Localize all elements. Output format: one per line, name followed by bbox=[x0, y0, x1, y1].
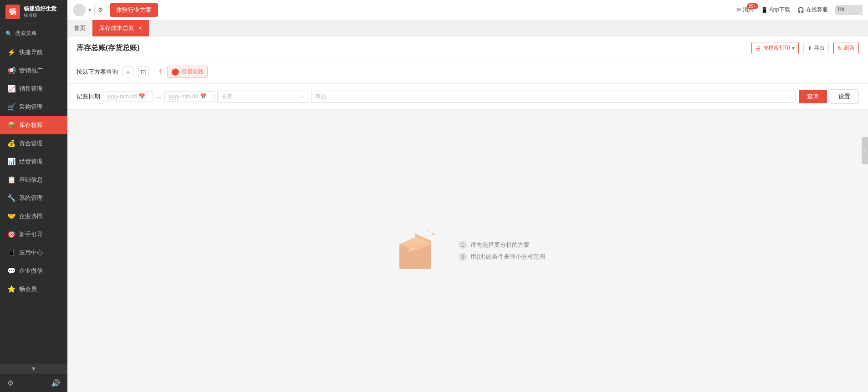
date-end-input[interactable]: yyyy-mm-dd 📅 bbox=[164, 91, 214, 102]
warehouse-more-icon[interactable]: ··· bbox=[300, 93, 304, 100]
warehouse-placeholder: 仓库 bbox=[221, 93, 232, 101]
topbar-username: Rit bbox=[835, 5, 863, 15]
sidebar-scroll-down[interactable]: ▼ bbox=[0, 364, 67, 374]
column-settings-btn[interactable]: 设置 bbox=[830, 89, 859, 104]
sidebar-footer: ⚙ 🔊 bbox=[0, 374, 67, 392]
app-logo-text: 畅捷通好生意 标准版 bbox=[24, 5, 56, 19]
empty-illustration: ✦ ✦ bbox=[390, 224, 445, 278]
tab-home-label: 首页 bbox=[74, 24, 86, 32]
page-title: 库存总账(存货总账) bbox=[77, 43, 140, 53]
volume-footer-icon[interactable]: 🔊 bbox=[51, 379, 60, 387]
panel-toggle-btn[interactable]: › bbox=[862, 137, 868, 164]
print-icon: 🖨 bbox=[756, 45, 761, 51]
content-area: 库存总账(存货总账) 🖨 按模板打印 ▾ ⬆ 导出 ↻ 刷新 按以下方案查询 bbox=[67, 36, 868, 392]
sidebar-item-basic-info[interactable]: 📋 基础信息 bbox=[0, 171, 67, 189]
basic-info-label: 基础信息 bbox=[19, 176, 43, 184]
sidebar-item-purchase[interactable]: 🛒 采购管理 bbox=[0, 98, 67, 116]
scheme-label: 存货总账 bbox=[182, 68, 204, 76]
sidebar-item-guide[interactable]: 🎯 新手引导 bbox=[0, 225, 67, 244]
quick-nav-icon: ⚡ bbox=[7, 48, 15, 56]
filter-add-btn[interactable]: + bbox=[123, 66, 133, 77]
message-btn[interactable]: ✉ 消息 99+ bbox=[736, 6, 754, 14]
export-icon: ⬆ bbox=[807, 45, 812, 51]
print-btn[interactable]: 🖨 按模板打印 ▾ bbox=[751, 42, 799, 54]
svg-text:✦: ✦ bbox=[430, 230, 436, 238]
query-form: 记账日期 yyyy-mm-dd 📅 — yyyy-mm-dd 📅 仓库 ··· … bbox=[67, 84, 868, 110]
sidebar: 畅 畅捷通好生意 标准版 🔍 搜索菜单 ⚡ 快捷导航 📢 营销推广 📈 销售管理… bbox=[0, 0, 67, 392]
sidebar-item-inventory[interactable]: 📦 库存核算 bbox=[0, 116, 67, 134]
sidebar-item-sales[interactable]: 📈 销售管理 bbox=[0, 80, 67, 98]
export-btn[interactable]: ⬆ 导出 bbox=[803, 42, 829, 54]
app-logo-icon: 畅 bbox=[5, 5, 20, 19]
product-placeholder: 商品 bbox=[315, 93, 326, 101]
refresh-btn[interactable]: ↻ 刷新 bbox=[833, 42, 859, 54]
sidebar-item-wechat[interactable]: 💬 企业微信 bbox=[0, 262, 67, 280]
search-menu-label: 搜索菜单 bbox=[15, 30, 37, 37]
empty-tip-2: 2 用[过滤]条件来缩小分析范围 bbox=[459, 253, 545, 261]
topbar-settings-btn[interactable]: ⚙ bbox=[94, 4, 107, 16]
tab-inventory-cost[interactable]: 库存成本总账 ✕ bbox=[92, 20, 149, 36]
warehouse-input[interactable]: 仓库 ··· bbox=[217, 91, 308, 103]
purchase-label: 采购管理 bbox=[19, 103, 43, 111]
purchase-icon: 🛒 bbox=[7, 103, 15, 111]
brand-name: 畅捷通好生意 bbox=[24, 5, 56, 13]
settings-footer-icon[interactable]: ⚙ bbox=[7, 379, 14, 387]
filter-scheme-item[interactable]: 🔴 存货总账 bbox=[167, 66, 208, 78]
wechat-label: 企业微信 bbox=[19, 267, 43, 275]
tip-text-2: 用[过滤]条件来缩小分析范围 bbox=[470, 253, 545, 261]
marketing-icon: 📢 bbox=[7, 66, 15, 75]
sidebar-item-app-center[interactable]: 📱 应用中心 bbox=[0, 244, 67, 262]
sidebar-item-finance[interactable]: 💰 资金管理 bbox=[0, 134, 67, 153]
filter-collapse-btn[interactable]: 《 bbox=[155, 67, 163, 76]
calendar-end-icon[interactable]: 📅 bbox=[200, 93, 207, 100]
product-input[interactable]: 商品 ··· bbox=[311, 91, 796, 103]
sidebar-item-operations[interactable]: 📊 经营管理 bbox=[0, 153, 67, 171]
sidebar-search-area[interactable]: 🔍 搜索菜单 bbox=[0, 24, 67, 43]
headset-icon: 🎧 bbox=[797, 7, 804, 13]
print-btn-label: 按模板打印 bbox=[763, 44, 790, 52]
sidebar-nav: ⚡ 快捷导航 📢 营销推广 📈 销售管理 🛒 采购管理 📦 库存核算 💰 资金管… bbox=[0, 43, 67, 364]
tab-close-icon[interactable]: ✕ bbox=[138, 25, 143, 31]
main-area: ▾ ⚙ 体验行业方案 ✉ 消息 99+ 📱 App下载 🎧 在线客服 Rit bbox=[67, 0, 868, 392]
sidebar-item-enterprise[interactable]: 🤝 企业协同 bbox=[0, 207, 67, 225]
topbar-left: ▾ ⚙ 体验行业方案 bbox=[73, 3, 733, 17]
industry-btn[interactable]: 体验行业方案 bbox=[110, 3, 158, 17]
sidebar-item-marketing[interactable]: 📢 营销推广 bbox=[0, 61, 67, 80]
sidebar-item-quick-nav[interactable]: ⚡ 快捷导航 bbox=[0, 43, 67, 61]
date-start-input[interactable]: yyyy-mm-dd 📅 bbox=[103, 91, 153, 102]
search-icon: 🔍 bbox=[5, 31, 12, 37]
empty-tip-1: 1 请先选择要分析的方案 bbox=[459, 241, 545, 249]
date-start-placeholder: yyyy-mm-dd bbox=[107, 93, 137, 100]
sidebar-item-vip[interactable]: ⭐ 畅会员 bbox=[0, 280, 67, 298]
sidebar-logo: 畅 畅捷通好生意 标准版 bbox=[0, 0, 67, 24]
message-badge: 99+ bbox=[747, 3, 758, 9]
filter-label: 按以下方案查询 bbox=[77, 68, 118, 76]
guide-label: 新手引导 bbox=[19, 230, 43, 239]
filter-toggle-btn[interactable]: ⊡ bbox=[138, 66, 149, 77]
vip-icon: ⭐ bbox=[7, 285, 15, 293]
search-menu-btn[interactable]: 🔍 搜索菜单 bbox=[5, 28, 62, 39]
user-dropdown-icon[interactable]: ▾ bbox=[88, 6, 92, 13]
sidebar-item-system[interactable]: 🔧 系统管理 bbox=[0, 189, 67, 207]
app-download-label: App下载 bbox=[770, 6, 790, 14]
query-btn[interactable]: 查询 bbox=[799, 90, 827, 103]
print-dropdown-icon[interactable]: ▾ bbox=[792, 45, 795, 51]
tab-inventory-cost-label: 库存成本总账 bbox=[99, 24, 134, 32]
user-avatar bbox=[73, 4, 86, 16]
app-download-btn[interactable]: 📱 App下载 bbox=[761, 6, 790, 14]
marketing-label: 营销推广 bbox=[19, 66, 43, 75]
tip-num-2: 2 bbox=[459, 253, 467, 261]
tab-home[interactable]: 首页 bbox=[67, 20, 92, 36]
username-label: Rit bbox=[835, 5, 863, 13]
refresh-icon: ↻ bbox=[837, 45, 842, 51]
online-service-btn[interactable]: 🎧 在线客服 bbox=[797, 6, 828, 14]
inventory-icon: 📦 bbox=[7, 121, 15, 129]
tip-num-1: 1 bbox=[459, 241, 467, 249]
panel-close-bar: › bbox=[862, 137, 868, 164]
calendar-start-icon[interactable]: 📅 bbox=[138, 93, 145, 100]
message-icon: ✉ bbox=[736, 7, 741, 13]
empty-box-svg: ✦ ✦ bbox=[390, 224, 445, 278]
topbar-right: ✉ 消息 99+ 📱 App下载 🎧 在线客服 Rit bbox=[736, 5, 863, 15]
product-more-icon[interactable]: ··· bbox=[787, 93, 792, 100]
edition-label: 标准版 bbox=[24, 12, 56, 19]
